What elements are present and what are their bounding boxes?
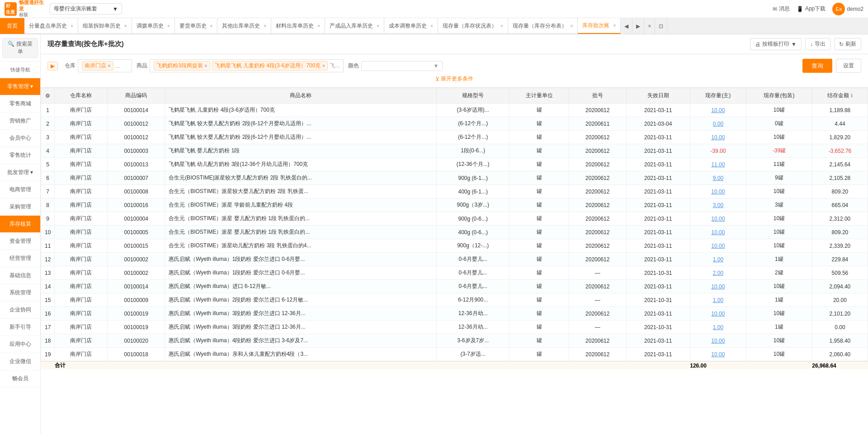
- message-button[interactable]: ✉ 消息: [773, 5, 790, 13]
- expand-more-button[interactable]: ⊻ 展开更多条件: [47, 75, 861, 83]
- warehouse-tag-container[interactable]: 南岸门店 × ...: [78, 59, 132, 72]
- cell-qty-main[interactable]: -39.00: [690, 144, 746, 158]
- cell-qty-main[interactable]: 1.00: [690, 321, 746, 334]
- sidebar-item-4[interactable]: 零售统计: [0, 147, 40, 164]
- product-tag-0-close[interactable]: ×: [204, 63, 208, 69]
- cell-spec: 6-12月900...: [436, 293, 509, 307]
- cell-qty-main[interactable]: 10.00: [690, 104, 746, 117]
- print-button[interactable]: 🖨 按模板打印 ▼: [750, 38, 802, 50]
- tab-next-btn[interactable]: ▶: [632, 18, 644, 34]
- sidebar-item-12[interactable]: 系统管理: [0, 284, 40, 302]
- sidebar-item-15[interactable]: 应用中心: [0, 336, 40, 353]
- tab-kucunfenbu[interactable]: 现存量（库存分布表）×: [508, 18, 578, 34]
- app-download-button[interactable]: 📱 App下载: [797, 5, 826, 13]
- sidebar-item-10[interactable]: 经营管理: [0, 250, 40, 267]
- tab-close-all-btn[interactable]: ×: [644, 18, 655, 34]
- tab-close-qtcukudan[interactable]: ×: [264, 24, 266, 28]
- cell-qty-main[interactable]: 10.00: [690, 239, 746, 253]
- cell-qty-main[interactable]: 10.00: [690, 226, 746, 239]
- col-settings[interactable]: ⚙: [41, 88, 55, 104]
- tab-close-cailiaocukudan[interactable]: ×: [317, 24, 320, 28]
- cell-qty-main[interactable]: 0.00: [690, 117, 746, 131]
- export-button[interactable]: ↓ 导出: [805, 38, 830, 50]
- cell-qty-main[interactable]: 10.00: [690, 185, 746, 198]
- tab-chandaopin[interactable]: 产成品入库单历史×: [325, 18, 384, 34]
- col-qty-main: 现存量(主): [690, 88, 746, 104]
- tab-prev-btn[interactable]: ◀: [621, 18, 632, 34]
- user-menu[interactable]: Ea demo2: [832, 3, 863, 15]
- company-selector[interactable]: 母婴行业演示账套 ▼: [50, 3, 122, 14]
- search-button[interactable]: 查询: [802, 59, 832, 73]
- cell-qty-main[interactable]: 3.00: [690, 198, 746, 212]
- tab-cailiaocukudan[interactable]: 材料出库单历史×: [271, 18, 325, 34]
- tab-close-diaobodanls[interactable]: ×: [167, 24, 170, 28]
- cell-qty-main[interactable]: 2.00: [690, 266, 746, 280]
- filter-row: ▶ 仓库 南岸门店 × ... 商品 飞鹤奶粉3段两提: [47, 59, 861, 73]
- sidebar-item-16[interactable]: 企业微信: [0, 353, 40, 370]
- col-unit: 主计量单位: [509, 88, 569, 104]
- cell-spec: 900g（12-...): [436, 239, 509, 253]
- setting-button[interactable]: 设置: [836, 59, 861, 73]
- sidebar-item-5[interactable]: 批发管理 ▾: [0, 164, 40, 181]
- cell-qty-main[interactable]: 10.00: [690, 131, 746, 144]
- sidebar-item-0[interactable]: 零售管理 ▾: [0, 78, 40, 95]
- tab-diaobodanls[interactable]: 调拨单历史×: [132, 18, 175, 34]
- cell-warehouse: 南岸门店: [55, 104, 108, 117]
- sidebar-item-14[interactable]: 新手引导: [0, 319, 40, 336]
- cell-qty-main[interactable]: 10.00: [690, 212, 746, 226]
- sidebar-item-8[interactable]: 库存核算: [0, 216, 40, 233]
- tab-chengbentiaozhendan[interactable]: 成本调整单历史×: [384, 18, 438, 34]
- warehouse-ellipsis[interactable]: ...: [115, 63, 120, 69]
- tab-close-kucunpicizh[interactable]: ×: [613, 23, 616, 28]
- tab-close-zuzhuangchaijian[interactable]: ×: [124, 24, 127, 28]
- cell-qty-main[interactable]: 1.00: [690, 253, 746, 266]
- tab-yaohuodanls[interactable]: 要货单历史×: [175, 18, 218, 34]
- tab-home[interactable]: 首页: [0, 18, 24, 34]
- color-filter-container[interactable]: ▼: [361, 61, 443, 71]
- quick-nav-item[interactable]: 快捷导航: [0, 64, 40, 75]
- tab-kucunzhuangkuang[interactable]: 现存量（库存状况表）×: [438, 18, 508, 34]
- cell-warehouse: 南岸门店: [55, 185, 108, 198]
- cell-batch: 20200612: [569, 334, 626, 348]
- cell-qty-main[interactable]: 10.00: [690, 334, 746, 348]
- refresh-button[interactable]: ↻ 刷新: [834, 38, 861, 50]
- cell-qty-main[interactable]: 11.00: [690, 158, 746, 171]
- tab-close-kucunzhuangkuang[interactable]: ×: [500, 24, 503, 28]
- tab-close-chengbentiaozhendan[interactable]: ×: [430, 24, 433, 28]
- sidebar-item-6[interactable]: 电商管理: [0, 181, 40, 198]
- product-tag-1-close[interactable]: ×: [322, 63, 325, 69]
- tab-close-yaohuodanls[interactable]: ×: [210, 24, 213, 28]
- sidebar-item-9[interactable]: 资金管理: [0, 233, 40, 250]
- expand-filter-button[interactable]: ▶: [47, 61, 58, 71]
- cell-qty-main[interactable]: 10.00: [690, 280, 746, 293]
- tab-close-fenliangpandian[interactable]: ×: [71, 24, 73, 28]
- product-ellipsis[interactable]: 飞...: [330, 62, 340, 70]
- cell-unit: 罐: [509, 171, 569, 185]
- cell-qty-main[interactable]: 9.00: [690, 171, 746, 185]
- search-menu-button[interactable]: 🔍 搜索菜单: [2, 38, 38, 58]
- cell-qty-main[interactable]: 10.00: [690, 348, 746, 362]
- sidebar-item-2[interactable]: 营销推广: [0, 113, 40, 130]
- product-tag-container[interactable]: 飞鹤奶粉3段两提装 × 飞鹤星飞帆 儿童奶粉 4段(3-6岁适用）700克 × …: [150, 59, 344, 72]
- amount-info-icon[interactable]: ℹ: [851, 93, 853, 98]
- sidebar-item-3[interactable]: 会员中心: [0, 130, 40, 147]
- cell-warehouse: 南岸门店: [55, 117, 108, 131]
- sidebar-item-17[interactable]: 畅会员: [0, 370, 40, 387]
- sidebar-item-7[interactable]: 采购管理: [0, 198, 40, 216]
- tab-close-kucunfenbu[interactable]: ×: [571, 24, 573, 28]
- logo: 好生意 畅捷通好生意 标版: [5, 0, 45, 18]
- tab-qtcukudan[interactable]: 其他出库单历史×: [217, 18, 271, 34]
- tab-close-chandaopin[interactable]: ×: [377, 24, 379, 28]
- cell-qty-main[interactable]: 10.00: [690, 307, 746, 321]
- cell-amount: 1,829.20: [812, 131, 868, 144]
- sidebar-item-11[interactable]: 基础信息: [0, 267, 40, 284]
- tab-menu-btn[interactable]: ⊡: [655, 18, 667, 34]
- tab-kucunpicizh[interactable]: 库存批次账×: [578, 18, 621, 34]
- cell-qty-main[interactable]: 1.00: [690, 293, 746, 307]
- tab-zuzhuangchaijian[interactable]: 组装拆卸单历史×: [78, 18, 132, 34]
- warehouse-tag-close[interactable]: ×: [108, 63, 111, 69]
- sidebar-item-1[interactable]: 零售商城: [0, 95, 40, 113]
- cell-code: 00100009: [108, 293, 165, 307]
- sidebar-item-13[interactable]: 企业协同: [0, 302, 40, 319]
- tab-fenliangpandian[interactable]: 分量盘点单历史×: [24, 18, 78, 34]
